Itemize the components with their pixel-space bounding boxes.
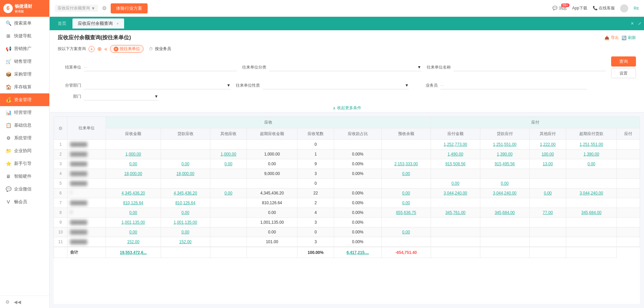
row-pay-amount[interactable]: 915,508.56 [431,159,480,169]
row-pay-amount[interactable]: 0.00 [431,179,480,188]
sidebar-item-operation[interactable]: 📊 经营管理 [0,106,49,119]
row-loan-rec[interactable]: 0.00 [161,227,210,237]
tab-home[interactable]: 首页 [52,18,72,29]
online-service-link[interactable]: 📞 在线客服 [593,5,615,11]
partner-type-select[interactable]: ▼ [269,63,421,71]
row-loan-rec[interactable]: 810,126.64 [161,198,210,208]
row-other-pay[interactable]: 13.00 [529,159,566,169]
settlement-input[interactable]: ··· [84,63,237,71]
collapse-sidebar-icon[interactable]: ◀◀ [14,299,21,305]
edit-scheme-icon[interactable]: ⊕ [97,46,102,52]
row-other-pay[interactable]: 77.00 [529,208,566,218]
row-rec-amount[interactable]: 810,126.64 [106,198,161,208]
sidebar-item-basic[interactable]: 📋 基础信息 [0,119,49,132]
row-rec-amount[interactable]: 152.00 [106,237,161,247]
row-partner: ██████ [67,169,106,179]
collapse-scheme-icon[interactable]: « [104,46,107,52]
row-other-pay[interactable]: 0.00 [529,188,566,198]
row-loan-rec[interactable]: 1,001,135.00 [161,218,210,227]
row-pay-amount[interactable]: 1,490.00 [431,149,480,159]
export-button[interactable]: 📤 导出 [604,35,619,41]
row-overdue-pay[interactable]: 3,044,240.00 [566,188,616,198]
row-rec-amount[interactable]: 0.00 [106,208,161,218]
app-download-link[interactable]: App下载 [572,5,587,11]
row-prepayment[interactable]: 0.00 [381,188,431,198]
row-other-rec [210,237,247,247]
salesman-input[interactable]: ··· [440,82,587,89]
row-loan-rec[interactable]: 0.00 [161,159,210,169]
tab-receivable[interactable]: 应收应付余额查询 × [72,18,124,29]
sidebar-item-sales[interactable]: 🛒 销售管理 [0,55,49,68]
add-scheme-icon[interactable]: + [89,46,95,52]
row-loan-pay[interactable]: 1,251,551.00 [480,140,529,149]
row-other-rec[interactable]: 1,000.00 [210,149,247,159]
row-prepayment[interactable]: 0.00 [381,169,431,179]
fullscreen-icon[interactable]: ⤢ [638,21,641,26]
row-loan-rec[interactable]: 0.00 [161,208,210,218]
row-loan-pay[interactable]: 915,495.56 [480,159,529,169]
tab-bar: 首页 应收应付余额查询 × ✕ ⤢ [50,17,644,30]
sub-scheme-item[interactable]: ⏱ 按业务员 [146,45,174,53]
row-overdue-pay[interactable]: 1,390.00 [566,149,616,159]
sidebar-item-hardware[interactable]: 🖥 智能硬件 [0,170,49,183]
row-prepayment[interactable]: 0.00 [381,198,431,208]
row-prepayment[interactable]: 655,636.75 [381,208,431,218]
close-window-icon[interactable]: ✕ [631,21,634,26]
sidebar-item-guide[interactable]: ⭐ 新手引导 [0,157,49,170]
row-loan-pay[interactable]: 1,390.00 [480,149,529,159]
sidebar-item-marketing[interactable]: 📢 营销推广 [0,42,49,55]
messages-badge[interactable]: 💬 消息 99+ [552,5,567,11]
row-loan-rec[interactable]: 18,000.00 [161,169,210,179]
row-rec-amount[interactable]: 4,345,436.20 [106,188,161,198]
settings-button[interactable]: 设置 [611,69,636,78]
sidebar-item-search[interactable]: 🔍 搜索菜单 [0,17,49,30]
row-prepayment[interactable]: 2,153,333.00 [381,159,431,169]
row-overdue-pay[interactable]: 1,251,551.00 [566,140,616,149]
sidebar-item-system[interactable]: ⚙ 系统管理 [0,132,49,144]
row-rec-amount[interactable]: 0.00 [106,227,161,237]
partner-name-input[interactable] [453,63,606,71]
row-pay-amount[interactable]: 345,761.00 [431,208,480,218]
dept-select[interactable]: ▼ [84,82,230,89]
row-pay-amount[interactable]: 1,252,773.00 [431,140,480,149]
solution-button[interactable]: 体验行业方案 [111,3,148,13]
row-pay-amount[interactable]: 3,044,240.00 [431,188,480,198]
row-other-pay[interactable]: 1,222.00 [529,140,566,149]
sidebar: 6 畅捷通财 标准版 🔍 搜索菜单 ⊞ 快捷导航 📢 营销推广 🛒 销售管理 📦… [0,0,50,308]
dept2-chevron-icon: ▼ [154,94,158,99]
row-other-pay[interactable]: 100.00 [529,149,566,159]
sidebar-item-inventory[interactable]: 🏠 库存核算 [0,81,49,93]
sidebar-item-member[interactable]: V 畅会员 [0,195,49,208]
sidebar-item-quick[interactable]: ⊞ 快捷导航 [0,30,49,42]
row-rec-amount[interactable]: 1,000.00 [106,149,161,159]
table-settings-icon[interactable]: ⚙ [58,126,63,131]
row-loan-pay[interactable]: 345,684.00 [480,208,529,218]
collapse-filter-button[interactable]: ∧ 收起更多条件 [58,104,636,112]
row-loan-rec[interactable]: 4,345,436.20 [161,188,210,198]
row-rec-amount[interactable]: 18,000.00 [106,169,161,179]
tab-close-icon[interactable]: × [117,21,119,26]
row-overdue-pay[interactable]: 345,684.00 [566,208,616,218]
row-other-rec[interactable]: 0.00 [210,159,247,169]
refresh-button[interactable]: 🔄 刷新 [622,35,636,41]
row-rec-amount[interactable]: 0.00 [106,159,161,169]
active-scheme-tag[interactable]: ⊞ 按往来单位 [110,45,144,53]
sidebar-item-corp[interactable]: 📁 企业协同 [0,144,49,157]
settings-bottom-icon[interactable]: ⚙ [5,299,10,305]
sidebar-item-finance[interactable]: 💰 资金管理 [0,93,49,106]
sidebar-item-purchase[interactable]: 📦 采购管理 [0,68,49,81]
sidebar-item-wechat[interactable]: 💬 企业微信 [0,183,49,195]
row-loan-rec[interactable]: 152.00 [161,237,210,247]
query-button[interactable]: 查询 [611,56,636,67]
row-other-rec[interactable]: 0.00 [210,188,247,198]
header-gear-icon[interactable]: ⚙ [102,5,107,11]
row-rec-amount[interactable]: 1,001,135.00 [106,218,161,227]
row-overdue-pay[interactable]: 0.00 [566,159,616,169]
logo-icon: 6 [3,4,13,13]
dept2-select[interactable]: ▼ [84,93,158,100]
row-prepayment[interactable]: 0.00 [381,227,431,237]
row-loan-pay[interactable]: 0.00 [480,179,529,188]
partner-nature-select[interactable]: ▼ [263,82,409,89]
th-gear[interactable]: ⚙ [54,117,67,140]
row-loan-pay[interactable]: 3,044,240.00 [480,188,529,198]
